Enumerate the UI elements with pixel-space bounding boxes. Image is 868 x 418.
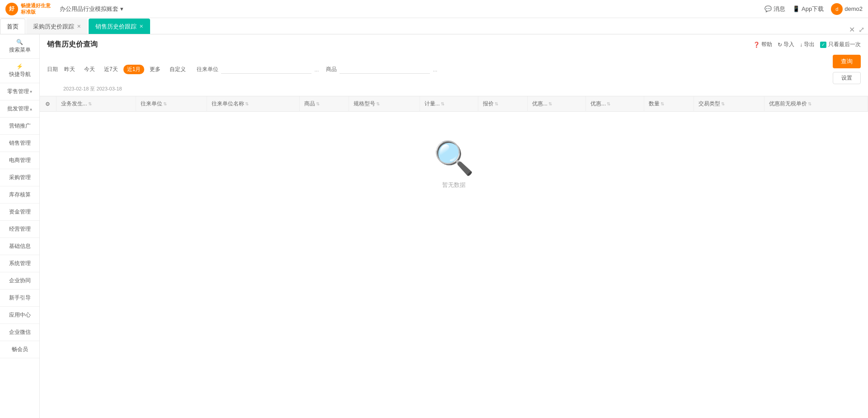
sidebar-item-retail[interactable]: 零售管理 ▾ [0, 83, 39, 100]
partner-picker-btn[interactable]: ... [314, 66, 319, 73]
import-btn[interactable]: ↻ 导入 [778, 41, 794, 48]
sidebar-item-guide[interactable]: 新手引导 [0, 290, 39, 307]
tab-sales-close-icon[interactable]: ✕ [139, 24, 143, 29]
th-biz-date[interactable]: 业务发生... ⇅ [56, 96, 136, 112]
sort-icon: ⇅ [607, 101, 610, 106]
th-quote[interactable]: 报价 ⇅ [478, 96, 527, 112]
th-no-tax-price[interactable]: 优惠前无税单价 ⇅ [764, 96, 868, 112]
sort-icon: ⇅ [441, 101, 444, 106]
chevron-down-icon: ▾ [120, 5, 123, 12]
sidebar-item-member[interactable]: 畅会员 [0, 341, 39, 358]
date-chips: 昨天 今天 近7天 近1月 更多 自定义 [61, 65, 189, 74]
main: 🔍 搜索菜单 ⚡ 快捷导航 零售管理 ▾ 批发管理 ▴ 营销推广 销售管理 电商… [0, 34, 868, 418]
user-menu-btn[interactable]: d demo2 [831, 3, 863, 15]
maximize-btn[interactable]: ⤢ [859, 25, 864, 34]
page-actions: ❓ 帮助 ↻ 导入 ↓ 导出 ✓ 只看最后一次 [753, 41, 861, 48]
goods-picker-btn[interactable]: ... [433, 66, 437, 73]
workspace-select[interactable]: 办公用品行业模拟账套 ▾ [60, 5, 123, 13]
sidebar-item-cooperation[interactable]: 企业协同 [0, 272, 39, 290]
sort-icon: ⇅ [495, 101, 498, 106]
sidebar-item-marketing[interactable]: 营销推广 [0, 118, 39, 135]
sidebar-item-system[interactable]: 系统管理 [0, 255, 39, 272]
date-chip-more[interactable]: 更多 [146, 65, 164, 74]
table-header-row: ⚙ 业务发生... ⇅ 往来单位 ⇅ [40, 96, 868, 112]
search-icon: 🔍 [16, 39, 23, 45]
sidebar-item-finance[interactable]: 资金管理 [0, 204, 39, 221]
sort-icon: ⇅ [548, 101, 552, 106]
date-chip-7days[interactable]: 近7天 [100, 65, 122, 74]
sidebar-item-basic[interactable]: 基础信息 [0, 238, 39, 255]
help-btn[interactable]: ❓ 帮助 [753, 41, 772, 48]
topbar-right: 💬 消息 📱 App下载 d demo2 [764, 3, 863, 15]
th-unit[interactable]: 计量... ⇅ [420, 96, 478, 112]
workspace-label: 办公用品行业模拟账套 [60, 5, 118, 13]
topbar-left: 好 畅捷通好生意 标准版 [5, 3, 51, 15]
empty-text: 暂无数据 [442, 181, 466, 189]
sort-icon: ⇅ [808, 101, 811, 106]
goods-label: 商品 [326, 66, 337, 73]
tab-purchase-close-icon[interactable]: ✕ [77, 24, 81, 29]
date-chip-1month[interactable]: 近1月 [123, 65, 145, 74]
data-table: ⚙ 业务发生... ⇅ 往来单位 ⇅ [40, 96, 868, 112]
date-range-display: 2023-02-18 至 2023-03-18 [63, 86, 122, 91]
sort-icon: ⇅ [721, 101, 725, 106]
app-download-btn[interactable]: 📱 App下载 [793, 5, 824, 13]
date-chip-today[interactable]: 今天 [80, 65, 99, 74]
sidebar-item-ecommerce[interactable]: 电商管理 [0, 152, 39, 169]
th-trade-type[interactable]: 交易类型 ⇅ [693, 96, 764, 112]
filter-row: 日期 昨天 今天 近7天 近1月 更多 自定义 往来单位 ... [47, 55, 861, 84]
help-icon: ❓ [753, 42, 760, 48]
export-btn[interactable]: ↓ 导出 [800, 41, 815, 48]
close-tab-btn[interactable]: ✕ [849, 25, 855, 34]
phone-icon: 📱 [793, 5, 800, 12]
sort-icon: ⇅ [660, 101, 664, 106]
date-chip-custom[interactable]: 自定义 [166, 65, 189, 74]
logo-area: 好 畅捷通好生意 标准版 [5, 3, 51, 15]
sidebar-item-wechat[interactable]: 企业微信 [0, 324, 39, 341]
page-title-row: 销售历史价查询 ❓ 帮助 ↻ 导入 ↓ 导出 ✓ [47, 40, 861, 49]
tab-purchase-history[interactable]: 采购历史价跟踪 ✕ [26, 19, 88, 34]
message-icon: 💬 [764, 5, 772, 12]
chevron-up-icon: ▴ [30, 106, 32, 111]
message-btn[interactable]: 💬 消息 [764, 5, 785, 13]
th-quantity[interactable]: 数量 ⇅ [644, 96, 693, 112]
tab-home[interactable]: 首页 [0, 19, 25, 34]
sidebar-item-shortcuts[interactable]: ⚡ 快捷导航 [0, 59, 39, 83]
sidebar-item-wholesale[interactable]: 批发管理 ▴ [0, 100, 39, 118]
th-spec[interactable]: 规格型号 ⇅ [349, 96, 420, 112]
settings-button[interactable]: 设置 [833, 72, 861, 84]
shortcuts-icon: ⚡ [16, 63, 23, 70]
th-settings[interactable]: ⚙ [40, 96, 56, 112]
topbar-center: 办公用品行业模拟账套 ▾ [51, 5, 764, 13]
sidebar-item-search[interactable]: 🔍 搜索菜单 [0, 34, 39, 59]
empty-illustration: 🔍 [434, 139, 474, 177]
date-chip-yesterday[interactable]: 昨天 [61, 65, 79, 74]
partner-label: 往来单位 [197, 66, 218, 73]
sidebar-item-sales[interactable]: 销售管理 [0, 135, 39, 152]
date-filter: 日期 昨天 今天 近7天 近1月 更多 自定义 [47, 65, 189, 74]
partner-input[interactable] [221, 65, 311, 74]
th-partner-code[interactable]: 往来单位 ⇅ [136, 96, 207, 112]
only-last-checkbox[interactable]: ✓ 只看最后一次 [820, 41, 861, 48]
sidebar-item-inventory[interactable]: 库存核算 [0, 186, 39, 204]
page-title: 销售历史价查询 [47, 40, 98, 49]
query-button[interactable]: 查询 [833, 55, 861, 68]
topbar: 好 畅捷通好生意 标准版 办公用品行业模拟账套 ▾ 💬 消息 📱 App下载 d… [0, 0, 868, 18]
sidebar: 🔍 搜索菜单 ⚡ 快捷导航 零售管理 ▾ 批发管理 ▴ 营销推广 销售管理 电商… [0, 34, 40, 418]
date-label: 日期 [47, 66, 58, 73]
sidebar-item-app-center[interactable]: 应用中心 [0, 307, 39, 324]
goods-input[interactable] [340, 65, 430, 74]
goods-filter: 商品 ... [326, 65, 437, 74]
sidebar-item-purchase[interactable]: 采购管理 [0, 169, 39, 186]
th-discount2[interactable]: 优惠... ⇅ [586, 96, 644, 112]
tabbar: 首页 采购历史价跟踪 ✕ 销售历史价跟踪 ✕ ✕ ⤢ [0, 18, 868, 34]
th-discount1[interactable]: 优惠... ⇅ [528, 96, 586, 112]
tabbar-actions: ✕ ⤢ [849, 25, 868, 34]
sort-icon: ⇅ [245, 101, 249, 106]
gear-icon[interactable]: ⚙ [45, 101, 50, 107]
tab-sales-history[interactable]: 销售历史价跟踪 ✕ [89, 19, 150, 34]
th-partner-name[interactable]: 往来单位名称 ⇅ [207, 96, 300, 112]
sidebar-item-operation[interactable]: 经营管理 [0, 221, 39, 238]
logo-text: 畅捷通好生意 标准版 [21, 3, 51, 14]
th-goods[interactable]: 商品 ⇅ [299, 96, 349, 112]
